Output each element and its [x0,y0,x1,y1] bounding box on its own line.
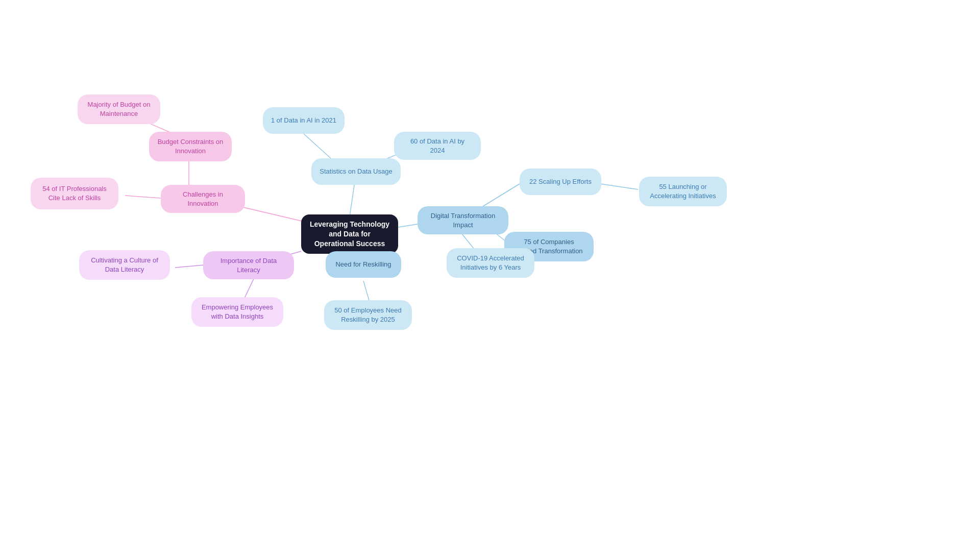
center-node[interactable]: Leveraging Technology and Data for Opera… [301,214,398,254]
digital-transform-node[interactable]: Digital Transformation Impact [418,206,508,234]
data-literacy-node[interactable]: Importance of Data Literacy [203,251,294,279]
cultivating-node[interactable]: Cultivating a Culture of Data Literacy [79,250,170,280]
empowering-node[interactable]: Empowering Employees with Data Insights [191,297,283,327]
covid-node[interactable]: COVID-19 Accelerated Initiatives by 6 Ye… [447,248,534,278]
launching55-node[interactable]: 55 Launching or Accelerating Initiatives [639,177,727,206]
budget-node[interactable]: Budget Constraints on Innovation [149,132,232,161]
scaling-node[interactable]: 22 Scaling Up Efforts [520,169,601,195]
svg-line-3 [125,196,161,198]
it-professionals-node[interactable]: 54 of IT Professionals Cite Lack of Skil… [31,178,118,209]
statistics-node[interactable]: Statistics on Data Usage [311,158,401,185]
challenges-node[interactable]: Challenges in Innovation [161,185,245,213]
ai2024-node[interactable]: 60 of Data in AI by 2024 [394,132,481,160]
reskilling-node[interactable]: Need for Reskilling [326,251,401,278]
reskilling50-node[interactable]: 50 of Employees Need Reskilling by 2025 [324,300,412,330]
ai2021-node[interactable]: 1 of Data in AI in 2021 [263,107,345,134]
svg-line-5 [304,134,331,158]
svg-line-10 [600,184,638,189]
majority-budget-node[interactable]: Majority of Budget on Maintenance [78,94,160,124]
